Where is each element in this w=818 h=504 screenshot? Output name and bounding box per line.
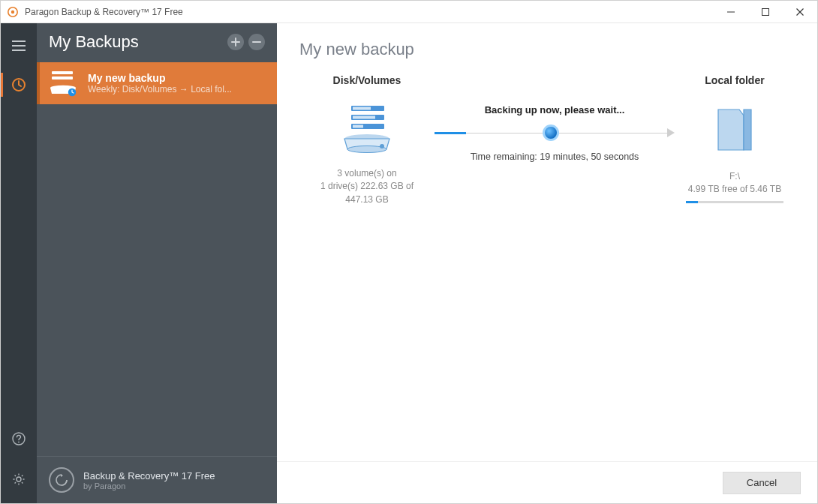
maximize-button[interactable] xyxy=(748,1,783,23)
destination-column: Local folder F:\ 4.99 TB free of 5.46 TB xyxy=(675,74,795,203)
destination-heading: Local folder xyxy=(705,74,764,86)
time-remaining: Time remaining: 19 minutes, 50 seconds xyxy=(471,152,639,162)
backup-flow: Disk/Volumes xyxy=(299,74,795,206)
svg-point-20 xyxy=(380,144,384,148)
window-title: Paragon Backup & Recovery™ 17 Free xyxy=(25,7,183,17)
status-text: Backing up now, please wait... xyxy=(485,104,625,116)
remove-backup-button[interactable] xyxy=(248,34,265,50)
sidebar: My Backups xyxy=(37,23,277,503)
menu-button[interactable] xyxy=(1,34,37,58)
minimize-button[interactable] xyxy=(714,1,748,23)
main-panel: My new backup Disk/Volumes xyxy=(277,23,817,503)
svg-point-6 xyxy=(18,442,20,443)
backup-list-item[interactable]: My new backup Weekly: Disk/Volumes → Loc… xyxy=(37,62,277,104)
svg-point-7 xyxy=(17,477,21,482)
svg-point-1 xyxy=(11,10,14,13)
nav-rail xyxy=(1,23,37,503)
svg-rect-13 xyxy=(353,107,371,110)
add-backup-button[interactable] xyxy=(227,34,244,50)
svg-rect-8 xyxy=(52,71,73,74)
sidebar-title: My Backups xyxy=(49,32,223,52)
disk-backup-icon xyxy=(47,70,79,97)
svg-rect-9 xyxy=(52,76,73,80)
cancel-button[interactable]: Cancel xyxy=(723,472,801,494)
spinner-icon xyxy=(543,124,559,141)
backup-item-name: My new backup xyxy=(88,72,266,84)
footer-bar: Cancel xyxy=(277,461,817,503)
source-summary: 3 volume(s) on 1 drive(s) 222.63 GB of 4… xyxy=(320,167,414,206)
page-title: My new backup xyxy=(299,40,795,59)
product-logo-icon xyxy=(49,467,74,493)
app-icon xyxy=(7,6,19,18)
nav-backups[interactable] xyxy=(1,73,37,97)
product-name: Backup & Recovery™ 17 Free xyxy=(83,470,215,482)
svg-rect-17 xyxy=(353,125,363,128)
product-vendor: by Paragon xyxy=(83,482,215,490)
help-button[interactable] xyxy=(1,427,37,451)
titlebar: Paragon Backup & Recovery™ 17 Free xyxy=(1,1,817,23)
destination-summary: F:\ 4.99 TB free of 5.46 TB xyxy=(688,170,781,196)
disk-volumes-icon xyxy=(338,103,396,157)
close-button[interactable] xyxy=(783,1,817,23)
progress-arrow xyxy=(435,124,675,141)
folder-icon xyxy=(712,103,757,157)
source-heading: Disk/Volumes xyxy=(333,74,401,86)
progress-column: Backing up now, please wait... Time rema… xyxy=(435,74,675,162)
destination-usage-bar xyxy=(686,201,783,203)
sidebar-footer: Backup & Recovery™ 17 Free by Paragon xyxy=(37,456,277,503)
svg-rect-3 xyxy=(762,8,769,15)
svg-rect-15 xyxy=(353,116,375,119)
svg-rect-2 xyxy=(727,11,735,12)
source-column: Disk/Volumes xyxy=(299,74,435,206)
backup-item-subtitle: Weekly: Disk/Volumes → Local fol... xyxy=(88,84,266,94)
settings-button[interactable] xyxy=(1,467,37,491)
